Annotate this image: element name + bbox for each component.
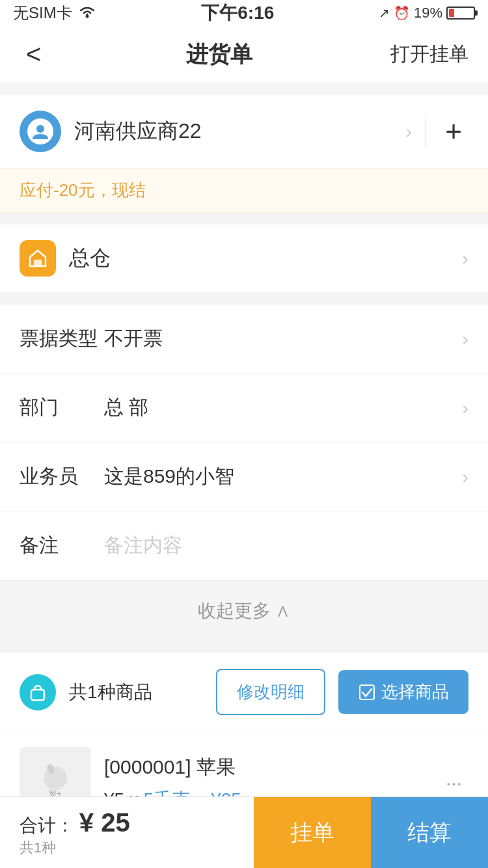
salesman-value: 这是859的小智 xyxy=(104,463,455,490)
bottom-bar: 合计： ¥ 25 共1种 挂单 结算 xyxy=(0,796,488,868)
svg-point-0 xyxy=(85,15,88,18)
product-code: [0000001] xyxy=(104,756,197,778)
settle-button[interactable]: 结算 xyxy=(371,797,488,868)
supplier-row[interactable]: 河南供应商22 › + xyxy=(0,95,488,168)
warehouse-name: 总仓 xyxy=(69,244,455,273)
status-left: 无SIM卡 xyxy=(13,3,97,23)
total-count: 共1种 xyxy=(20,838,234,858)
total-row: 合计： ¥ 25 xyxy=(20,808,234,838)
form-section: 票据类型 不开票 › 部门 总 部 › 业务员 这是859的小智 › 备注 备注… xyxy=(0,304,488,580)
svg-point-1 xyxy=(36,125,44,133)
department-chevron-icon: › xyxy=(462,397,468,419)
gap-4 xyxy=(0,642,488,653)
department-label: 部门 xyxy=(20,394,104,421)
gap-1 xyxy=(0,83,488,95)
warehouse-chevron-icon: › xyxy=(462,247,468,269)
total-section: 合计： ¥ 25 共1种 xyxy=(0,808,254,858)
remark-placeholder: 备注内容 xyxy=(104,532,468,559)
department-row[interactable]: 部门 总 部 › xyxy=(0,373,488,442)
svg-rect-2 xyxy=(34,260,42,266)
hang-button[interactable]: 挂单 xyxy=(254,797,371,868)
supplier-section: 河南供应商22 › + 应付-20元，现结 xyxy=(0,95,488,213)
status-bar: 无SIM卡 下午6:16 ↗ ⏰ 19% xyxy=(0,0,488,26)
total-label: 合计： xyxy=(20,815,74,835)
invoice-type-chevron-icon: › xyxy=(462,328,468,350)
product-title: 苹果 xyxy=(197,756,236,778)
product-name: [0000001] 苹果 xyxy=(104,754,426,781)
svg-rect-3 xyxy=(31,690,44,700)
salesman-row[interactable]: 业务员 这是859的小智 › xyxy=(0,442,488,511)
remark-row[interactable]: 备注 备注内容 xyxy=(0,511,488,580)
wifi-icon xyxy=(77,4,97,22)
supplier-notice: 应付-20元，现结 xyxy=(0,168,488,213)
alarm-icon: ⏰ xyxy=(394,5,410,21)
collapse-button[interactable]: 收起更多 ∧ xyxy=(0,580,488,642)
open-pending-button[interactable]: 打开挂单 xyxy=(390,41,468,68)
select-product-button[interactable]: 选择商品 xyxy=(338,670,468,714)
remark-label: 备注 xyxy=(20,532,104,559)
invoice-type-row[interactable]: 票据类型 不开票 › xyxy=(0,304,488,373)
status-right: ↗ ⏰ 19% xyxy=(379,5,475,21)
battery-percent: 19% xyxy=(414,5,442,21)
battery-icon xyxy=(446,7,475,20)
salesman-chevron-icon: › xyxy=(462,466,468,488)
svg-point-5 xyxy=(44,766,67,790)
select-product-label: 选择商品 xyxy=(381,681,449,703)
supplier-name: 河南供应商22 xyxy=(74,117,399,146)
product-count: 共1种商品 xyxy=(69,680,203,705)
warehouse-icon xyxy=(20,240,56,277)
carrier-text: 无SIM卡 xyxy=(13,3,72,23)
product-header: 共1种商品 修改明细 选择商品 xyxy=(0,653,488,731)
total-amount: ¥ 25 xyxy=(79,808,130,837)
invoice-type-label: 票据类型 xyxy=(20,325,104,352)
gap-2 xyxy=(0,213,488,224)
supplier-chevron-icon: › xyxy=(405,120,412,142)
warehouse-section: 总仓 › xyxy=(0,224,488,292)
supplier-avatar-inner xyxy=(27,118,53,144)
edit-detail-button[interactable]: 修改明细 xyxy=(216,669,325,715)
location-icon: ↗ xyxy=(379,5,390,21)
gap-3 xyxy=(0,292,488,304)
salesman-label: 业务员 xyxy=(20,463,104,490)
product-bag-icon xyxy=(20,674,56,711)
add-supplier-button[interactable]: + xyxy=(439,112,468,151)
department-value: 总 部 xyxy=(104,394,455,421)
product-more-button[interactable]: ··· xyxy=(439,765,468,800)
invoice-type-value: 不开票 xyxy=(104,325,455,352)
status-time: 下午6:16 xyxy=(201,1,274,25)
divider xyxy=(425,115,426,148)
page-title: 进货单 xyxy=(186,40,252,70)
nav-bar: < 进货单 打开挂单 xyxy=(0,26,488,83)
warehouse-row[interactable]: 总仓 › xyxy=(0,224,488,292)
supplier-avatar xyxy=(20,111,61,152)
back-button[interactable]: < xyxy=(20,33,47,75)
